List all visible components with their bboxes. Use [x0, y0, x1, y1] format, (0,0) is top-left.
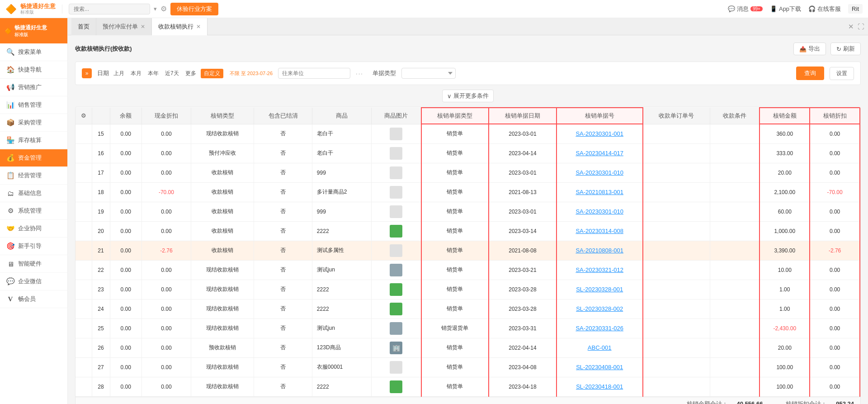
date-btn-custom[interactable]: 自定义 [201, 69, 223, 78]
bill-no-link[interactable]: SA-20230301-010 [576, 169, 623, 176]
sidebar-item-finance[interactable]: 💰 资金管理 [0, 149, 67, 167]
cell-goods-img [372, 221, 421, 241]
bill-no-link[interactable]: SA-20230331-026 [576, 325, 623, 332]
date-btn-this-month[interactable]: 本月 [129, 69, 143, 78]
doc-type-select[interactable] [401, 68, 456, 79]
cell-bill-no[interactable]: SA-20210813-001 [557, 182, 643, 202]
sidebar-item-wechat[interactable]: 💬 企业微信 [0, 273, 67, 290]
bill-no-link[interactable]: SA-20230414-017 [576, 150, 623, 157]
cell-settings [75, 202, 92, 221]
cell-bill-no[interactable]: SA-20230314-008 [557, 221, 643, 241]
sidebar-item-search-menu[interactable]: 🔍 搜索菜单 [0, 43, 67, 61]
cell-bill-no[interactable]: SA-20230321-012 [557, 260, 643, 280]
cell-bill-no[interactable]: SA-20230301-001 [557, 124, 643, 143]
bill-no-link[interactable]: SL-20230328-002 [576, 305, 623, 312]
search-input[interactable] [69, 4, 150, 14]
tab-prepay[interactable]: 预付冲应付单 ✕ [96, 18, 152, 35]
bill-no-link[interactable]: SA-20230321-012 [576, 266, 623, 273]
cell-writeoff-type: 收款核销 [191, 221, 254, 241]
cell-goods-img: 🏢 [372, 338, 421, 357]
cell-balance: 0.00 [110, 299, 142, 318]
th-settings[interactable]: ⚙ [75, 108, 92, 124]
sidebar-item-guide[interactable]: 🎯 新手引导 [0, 238, 67, 255]
app-download-btn[interactable]: 📱 App下载 [770, 5, 801, 13]
sidebar-item-system[interactable]: ⚙ 系统管理 [0, 202, 67, 220]
search-dropdown-icon[interactable]: ▾ [154, 5, 157, 12]
unit-input[interactable] [278, 68, 350, 79]
cell-goods-img [372, 124, 421, 143]
settings-icon[interactable]: ⚙ [160, 5, 167, 13]
cell-bill-no[interactable]: SA-20230301-010 [557, 202, 643, 221]
sidebar-item-operation[interactable]: 📋 经营管理 [0, 167, 67, 185]
cell-index: 23 [92, 280, 110, 299]
user-name[interactable]: Rit [848, 4, 863, 14]
sidebar-item-sales[interactable]: 📊 销售管理 [0, 96, 67, 114]
cell-bill-no[interactable]: SA-20230301-010 [557, 163, 643, 182]
bill-no-link[interactable]: SA-20230301-001 [576, 130, 623, 137]
page-title-row: 收款核销执行(按收款) 📤 导出 ↻ 刷新 [75, 43, 861, 55]
cell-bill-no[interactable]: SA-20210808-001 [557, 241, 643, 260]
refresh-btn[interactable]: ↻ 刷新 [830, 43, 861, 55]
sidebar-item-purchase[interactable]: 📦 采购管理 [0, 114, 67, 132]
sidebar-item-corp[interactable]: 🤝 企业协同 [0, 220, 67, 238]
bill-no-link[interactable]: SL-20230418-001 [576, 383, 623, 390]
tab-close-icon[interactable]: ✕ [848, 23, 854, 31]
cell-bill-no[interactable]: SL-20230418-001 [557, 377, 643, 396]
col-settings-icon[interactable]: ⚙ [81, 112, 86, 119]
sidebar-item-hardware[interactable]: 🖥 智能硬件 [0, 255, 67, 273]
cell-bill-no[interactable]: SL-20230328-001 [557, 280, 643, 299]
bill-no-link[interactable]: SA-20230314-008 [576, 228, 623, 234]
sidebar-item-quick-nav[interactable]: 🏠 快捷导航 [0, 61, 67, 79]
export-btn[interactable]: 📤 导出 [793, 43, 826, 55]
bill-no-link[interactable]: SL-20230408-001 [576, 364, 623, 371]
tab-bar: 首页 预付冲应付单 ✕ 收款核销执行 ✕ ✕ ⛶ [68, 18, 868, 35]
sidebar-item-marketing[interactable]: 📢 营销推广 [0, 79, 67, 96]
message-btn[interactable]: 💬 消息 99+ [728, 5, 763, 13]
table-row: 24 0.00 0.00 现结收款核销 否 2222 销货单 2023-03-2… [75, 299, 860, 318]
filter-settings-btn[interactable]: 设置 [830, 67, 854, 80]
cell-goods: 999 [312, 202, 371, 221]
cell-bill-no[interactable]: SL-20230328-002 [557, 299, 643, 318]
main-area: 首页 预付冲应付单 ✕ 收款核销执行 ✕ ✕ ⛶ 收款核销执行(按收款) [68, 18, 868, 404]
tab-home-label: 首页 [78, 23, 90, 31]
logo-icon: 🔶 [5, 28, 12, 34]
bill-no-link[interactable]: SA-20210813-001 [576, 189, 623, 195]
date-btn-more[interactable]: 更多 [184, 69, 198, 78]
bill-no-link[interactable]: ABC-001 [588, 344, 612, 351]
cell-writeoff-discount: 0.00 [810, 221, 860, 241]
cell-bill-date: 2023-04-18 [489, 377, 557, 396]
query-btn[interactable]: 查询 [796, 67, 824, 80]
sidebar-item-inventory[interactable]: 🏪 库存核算 [0, 132, 67, 149]
date-btn-this-year[interactable]: 本年 [146, 69, 160, 78]
sidebar-label-inventory: 库存核算 [18, 136, 42, 144]
th-writeoff-discount: 核销折扣 [810, 108, 860, 124]
page-title-actions: 📤 导出 ↻ 刷新 [793, 43, 861, 55]
expand-more-btn[interactable]: ∨ 展开更多条件 [442, 90, 494, 102]
filter-expand-btn[interactable]: » [82, 68, 92, 78]
tab-collection[interactable]: 收款核销执行 ✕ [152, 18, 208, 35]
sidebar-item-basic[interactable]: 🗂 基础信息 [0, 185, 67, 202]
cell-bill-no[interactable]: ABC-001 [557, 338, 643, 357]
industry-btn[interactable]: 休验行业方案 [170, 3, 218, 15]
cell-bill-no[interactable]: SA-20230331-026 [557, 318, 643, 338]
date-btn-last-month[interactable]: 上月 [112, 69, 126, 78]
online-service-btn[interactable]: 🎧 在线客服 [808, 5, 841, 13]
cell-bill-no[interactable]: SA-20230414-017 [557, 143, 643, 163]
bill-no-link[interactable]: SA-20210808-001 [576, 247, 623, 254]
bill-no-link[interactable]: SL-20230328-001 [576, 286, 623, 293]
cell-index: 15 [92, 124, 110, 143]
top-bar-left: 🔶 畅捷通好生意 标准版 ▾ ⚙ 休验行业方案 [5, 3, 723, 15]
unit-dots[interactable]: ··· [356, 70, 363, 77]
date-btn-7days[interactable]: 近7天 [163, 69, 181, 78]
cell-goods-img [372, 241, 421, 260]
cell-writeoff-amount: 10.00 [760, 260, 810, 280]
cell-index: 20 [92, 221, 110, 241]
bill-no-link[interactable]: SA-20230301-010 [576, 208, 623, 215]
sidebar-item-member[interactable]: V 畅会员 [0, 290, 67, 308]
tab-collection-close[interactable]: ✕ [196, 24, 201, 30]
tab-prepay-close[interactable]: ✕ [141, 24, 145, 30]
tab-home[interactable]: 首页 [71, 18, 96, 35]
tab-expand-icon[interactable]: ⛶ [858, 23, 864, 30]
cell-bill-no[interactable]: SL-20230408-001 [557, 357, 643, 377]
cell-writeoff-discount: 0.00 [810, 280, 860, 299]
